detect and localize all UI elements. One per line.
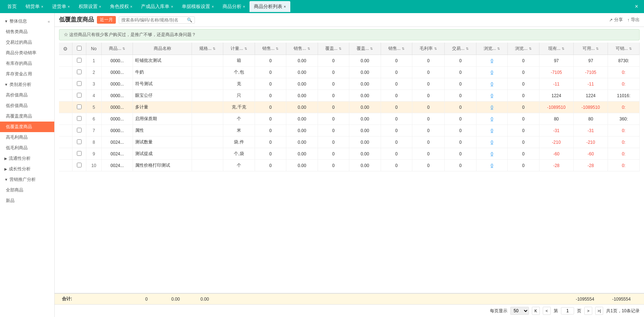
tab-home[interactable]: 首页 — [3, 1, 21, 12]
tab-sales[interactable]: 销货单 × — [21, 1, 48, 12]
tab-purchase-close[interactable]: × — [68, 5, 70, 9]
col-browse2[interactable]: 浏览... ⇅ — [508, 43, 539, 55]
sidebar-section-overall[interactable]: ▼ 整体信息 « — [0, 16, 54, 27]
row-checkbox[interactable] — [72, 160, 86, 171]
collapse-icon[interactable]: « — [48, 19, 50, 24]
row-select-checkbox[interactable] — [77, 58, 82, 63]
tab-product-in-close[interactable]: × — [171, 5, 173, 9]
row-checkbox[interactable] — [72, 136, 86, 148]
sidebar-item-low-value[interactable]: 低价值商品 — [0, 100, 54, 111]
col-browse2-sort[interactable]: ⇅ — [529, 47, 532, 51]
sidebar-section-marketing[interactable]: ▼ 营销推广分析 — [0, 174, 54, 185]
last-page-button[interactable]: >| — [595, 307, 603, 315]
row-select-checkbox[interactable] — [77, 128, 82, 132]
col-browse1-sort[interactable]: ⇅ — [497, 47, 500, 51]
tab-template-close[interactable]: × — [212, 5, 214, 9]
tab-purchase[interactable]: 进货单 × — [48, 1, 74, 12]
time-filter-button[interactable]: 近一月 — [97, 16, 116, 24]
row-select-checkbox[interactable] — [77, 81, 82, 86]
row-checkbox[interactable] — [72, 55, 86, 67]
col-current[interactable]: 现有... ⇅ — [539, 43, 573, 55]
row-select-checkbox[interactable] — [77, 104, 82, 109]
export-button[interactable]: ↑ 导出 — [627, 17, 640, 23]
row-browse1[interactable]: 0 — [476, 67, 507, 78]
col-sellable-sort[interactable]: ⇅ — [629, 47, 632, 51]
next-page-button[interactable]: > — [584, 307, 592, 315]
prev-page-button[interactable]: < — [543, 307, 551, 315]
row-select-checkbox[interactable] — [77, 163, 82, 167]
col-coverage2-sort[interactable]: ⇅ — [370, 47, 373, 51]
col-spec[interactable]: 规格... ⇅ — [192, 43, 223, 55]
col-sales2-sort[interactable]: ⇅ — [402, 47, 405, 51]
sidebar-item-low-gross[interactable]: 低毛利商品 — [0, 143, 54, 153]
search-icon[interactable]: 🔍 — [187, 17, 192, 23]
sidebar-item-inventory-capital[interactable]: 库存资金占用 — [0, 69, 54, 79]
sidebar-item-high-value[interactable]: 高价值商品 — [0, 90, 54, 100]
sidebar-item-in-stock[interactable]: 有库存的商品 — [0, 58, 54, 69]
row-checkbox[interactable] — [72, 78, 86, 90]
row-browse1[interactable]: 0 — [476, 113, 507, 125]
page-number-input[interactable] — [561, 307, 574, 314]
row-checkbox[interactable] — [72, 67, 86, 78]
close-all-tabs[interactable]: × — [632, 3, 641, 10]
col-sales-qty[interactable]: 销售... ⇅ — [255, 43, 286, 55]
col-sales2[interactable]: 销售... ⇅ — [381, 43, 412, 55]
sidebar-section-liquidity[interactable]: ▶ 流通性分析 — [0, 153, 54, 164]
col-available[interactable]: 可用... ⇅ — [574, 43, 608, 55]
row-select-checkbox[interactable] — [77, 116, 82, 121]
sidebar-item-high-gross[interactable]: 高毛利商品 — [0, 132, 54, 143]
col-coverage1[interactable]: 覆盖... ⇅ — [318, 43, 349, 55]
col-trade[interactable]: 交易... ⇅ — [445, 43, 476, 55]
col-gross-sort[interactable]: ⇅ — [434, 47, 437, 51]
row-browse1[interactable]: 0 — [476, 148, 507, 160]
row-checkbox[interactable] — [72, 125, 86, 136]
col-unit-sort[interactable]: ⇅ — [244, 47, 247, 51]
sidebar-item-all-goods[interactable]: 全部商品 — [0, 185, 54, 195]
col-sellable[interactable]: 可销... ⇅ — [608, 43, 640, 55]
tab-permission-close[interactable]: × — [99, 5, 101, 9]
tab-goods-analysis-close[interactable]: × — [243, 5, 245, 9]
col-code-sort[interactable]: ⇅ — [122, 47, 125, 51]
first-page-button[interactable]: K — [532, 307, 540, 315]
col-unit[interactable]: 计量... ⇅ — [223, 43, 255, 55]
row-checkbox[interactable] — [72, 113, 86, 125]
tab-role[interactable]: 角色授权 × — [106, 1, 137, 12]
sidebar-item-low-coverage[interactable]: 低覆盖度商品 — [0, 122, 54, 132]
row-browse1[interactable]: 0 — [476, 90, 507, 102]
sidebar-item-high-coverage[interactable]: 高覆盖度商品 — [0, 111, 54, 122]
col-trade-sort[interactable]: ⇅ — [466, 47, 469, 51]
col-spec-sort[interactable]: ⇅ — [213, 47, 216, 51]
row-select-checkbox[interactable] — [77, 70, 82, 74]
tab-goods-analysis-list-close[interactable]: × — [284, 5, 286, 9]
row-select-checkbox[interactable] — [77, 151, 82, 156]
col-available-sort[interactable]: ⇅ — [596, 47, 599, 51]
col-sales-qty-sort[interactable]: ⇅ — [276, 47, 279, 51]
share-button[interactable]: ↗ 分享 — [609, 17, 623, 23]
row-browse1[interactable]: 0 — [476, 125, 507, 136]
sidebar-item-traded-goods[interactable]: 交易过的商品 — [0, 37, 54, 48]
col-coverage1-sort[interactable]: ⇅ — [339, 47, 342, 51]
col-sales-amt-sort[interactable]: ⇅ — [307, 47, 310, 51]
col-name[interactable]: 商品名称 — [133, 43, 192, 55]
tab-product-in[interactable]: 产成品入库单 × — [137, 1, 177, 12]
select-all-checkbox[interactable] — [77, 46, 82, 51]
col-browse1[interactable]: 浏览... ⇅ — [476, 43, 507, 55]
row-browse1[interactable]: 0 — [476, 78, 507, 90]
gear-icon[interactable]: ⚙ — [63, 46, 68, 52]
col-gear[interactable]: ⚙ — [59, 43, 72, 55]
tab-goods-analysis[interactable]: 商品分析 × — [218, 1, 250, 12]
sidebar-section-growth[interactable]: ▶ 成长性分析 — [0, 164, 54, 174]
row-select-checkbox[interactable] — [77, 93, 82, 98]
tab-template[interactable]: 单据模板设置 × — [177, 1, 218, 12]
row-browse1[interactable]: 0 — [476, 102, 507, 113]
col-coverage2[interactable]: 覆盖... ⇅ — [349, 43, 381, 55]
row-browse1[interactable]: 0 — [476, 160, 507, 171]
per-page-select[interactable]: 50 20 100 200 — [510, 307, 529, 315]
tab-goods-analysis-list[interactable]: 商品分析列表 × — [250, 1, 290, 12]
sidebar-item-category-turnover[interactable]: 商品分类动销率 — [0, 48, 54, 58]
tab-role-close[interactable]: × — [130, 5, 133, 9]
sidebar-item-sales-goods[interactable]: 销售类商品 — [0, 27, 54, 37]
tab-permission[interactable]: 权限设置 × — [74, 1, 106, 12]
sidebar-item-new-goods[interactable]: 新品 — [0, 195, 54, 206]
search-input[interactable] — [121, 17, 187, 23]
